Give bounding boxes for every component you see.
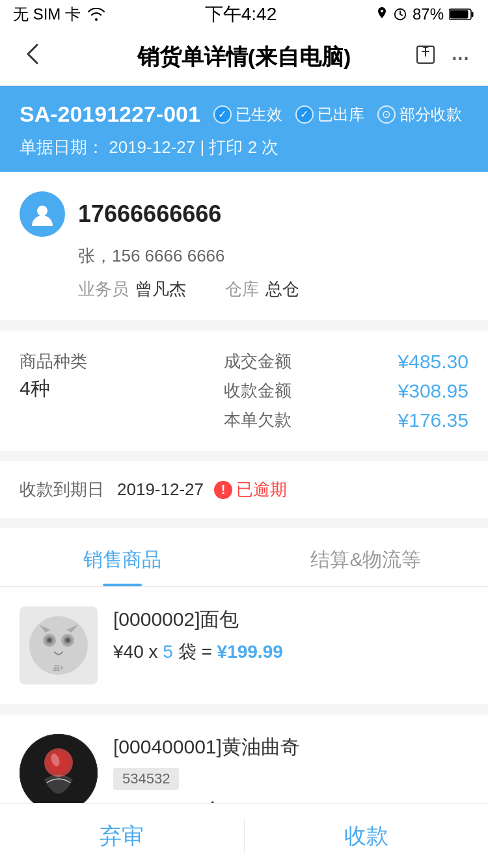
wifi-icon [87, 8, 105, 21]
status-bar: 无 SIM 卡 下午4:42 87% [0, 0, 488, 29]
status-shipped: ✓ 已出库 [295, 104, 364, 125]
customer-section: 17666666666 张，156 6666 6666 业务员 曾凡杰 仓库 总… [0, 172, 488, 320]
product-sku-2: 534532 [113, 768, 179, 790]
overdue-dot-icon: ! [214, 481, 232, 499]
bottom-bar: 弃审 收款 [0, 803, 488, 868]
product-name-2: [000400001]黄油曲奇 [113, 734, 468, 761]
customer-row: 17666666666 [20, 191, 468, 237]
svg-point-12 [66, 638, 70, 642]
svg-text:品+: 品+ [53, 664, 64, 671]
abandon-review-button[interactable]: 弃审 [0, 808, 244, 864]
product-thumb-2 [20, 734, 98, 812]
stats-right: 成交金额 ¥485.30 收款金额 ¥308.95 本单欠款 ¥176.35 [224, 350, 468, 431]
product-info-1: [0000002]面包 ¥40 x 5 袋 = ¥199.99 [113, 606, 468, 664]
product-card-1: 品+ [0000002]面包 ¥40 x 5 袋 = ¥199.99 [0, 587, 488, 704]
customer-avatar [20, 191, 65, 237]
order-date-info: 单据日期： 2019-12-27 | 打印 2 次 [20, 136, 468, 159]
carrier-text: 无 SIM 卡 [13, 4, 81, 25]
stats-left: 商品种类 4种 [20, 350, 224, 402]
share-icon[interactable] [416, 45, 435, 69]
battery-icon [449, 8, 475, 21]
tabs: 销售商品 结算&物流等 [0, 528, 488, 586]
overdue-date: 2019-12-27 [117, 480, 204, 500]
warehouse-info: 仓库 总仓 [225, 278, 299, 301]
customer-phone: 17666666666 [78, 200, 221, 228]
owed-amount-row: 本单欠款 ¥176.35 [224, 409, 468, 431]
tab-settlement-logistics[interactable]: 结算&物流等 [244, 528, 488, 586]
check-icon-1: ✓ [213, 105, 232, 124]
product-thumb-1: 品+ [20, 606, 98, 685]
stats-section: 商品种类 4种 成交金额 ¥485.30 收款金额 ¥308.95 本单欠款 ¥… [0, 331, 488, 451]
nav-bar: 销货单详情(来自电脑) ··· [0, 29, 488, 86]
trading-amount-row: 成交金额 ¥485.30 [224, 350, 468, 373]
order-id: SA-20191227-001 [20, 102, 200, 127]
back-button[interactable] [20, 36, 46, 77]
svg-rect-2 [472, 12, 474, 17]
tab-sales-products[interactable]: 销售商品 [0, 528, 244, 586]
nav-right-actions: ··· [416, 42, 468, 72]
time-display: 下午4:42 [205, 2, 277, 27]
customer-name-phone: 张，156 6666 6666 [20, 245, 468, 267]
svg-point-5 [37, 206, 47, 216]
clock-icon: ⊙ [377, 105, 396, 124]
alarm-icon [393, 7, 407, 21]
overdue-label: 收款到期日 [20, 478, 104, 501]
product-price-1: ¥40 x 5 袋 = ¥199.99 [113, 640, 468, 664]
check-icon-2: ✓ [295, 105, 314, 124]
status-right: 87% [376, 5, 475, 23]
status-effective: ✓ 已生效 [213, 104, 282, 125]
product-name-1: [0000002]面包 [113, 606, 468, 633]
status-left: 无 SIM 卡 [13, 4, 105, 25]
salesman-info: 业务员 曾凡杰 [78, 278, 186, 301]
overdue-section: 收款到期日 2019-12-27 ! 已逾期 [0, 461, 488, 518]
collect-payment-button[interactable]: 收款 [245, 808, 489, 864]
status-partial-payment: ⊙ 部分收款 [377, 104, 462, 125]
received-amount-row: 收款金额 ¥308.95 [224, 379, 468, 402]
more-icon[interactable]: ··· [451, 42, 468, 72]
customer-meta: 业务员 曾凡杰 仓库 总仓 [20, 278, 468, 301]
svg-rect-3 [450, 10, 468, 19]
order-header: SA-20191227-001 ✓ 已生效 ✓ 已出库 ⊙ 部分收款 单据日期：… [0, 86, 488, 172]
overdue-badge: ! 已逾期 [214, 478, 287, 501]
tabs-section: 销售商品 结算&物流等 [0, 528, 488, 587]
svg-point-11 [47, 638, 51, 642]
location-icon [376, 7, 388, 21]
battery-text: 87% [413, 5, 444, 23]
page-title: 销货单详情(来自电脑) [137, 42, 351, 72]
overdue-text: 已逾期 [236, 478, 287, 501]
